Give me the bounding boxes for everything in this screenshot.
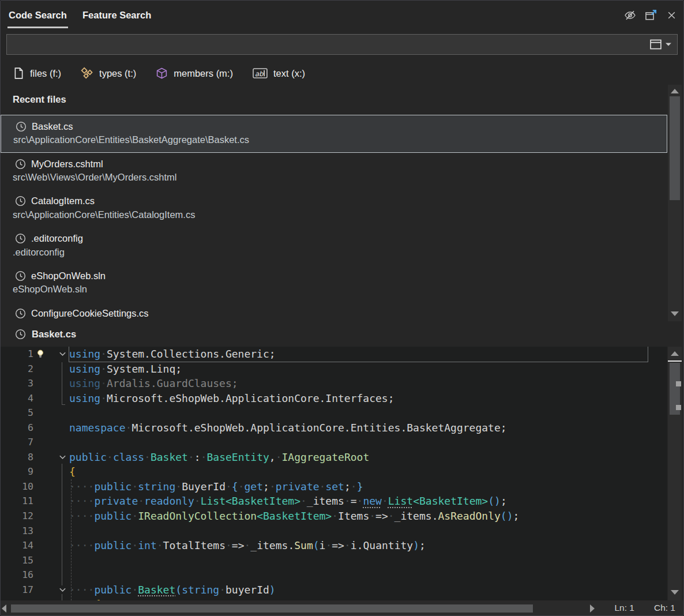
line-number: 16 [1,568,33,583]
svg-text:ab: ab [255,70,264,78]
code-line[interactable]: 10····public·string·BuyerId·{·get;·priva… [1,479,667,494]
code-line[interactable]: 13 [1,524,667,539]
recent-file-name: MyOrders.cshtml [31,159,103,170]
text-match-icon: ab [253,67,268,79]
recent-clock-icon [15,159,26,170]
recent-file-path: src\ApplicationCore\Entities\CatalogItem… [13,209,667,220]
line-number: 17 [1,583,33,598]
status-line-number: Ln: 1 [614,603,634,613]
recent-clock-icon [15,271,26,281]
code-line[interactable]: 7 [1,435,667,450]
recent-file-path: .editorconfig [13,247,667,258]
tab-feature-search-label: Feature Search [82,10,151,21]
code-line[interactable]: 3using·Ardalis.GuardClauses; [1,376,667,391]
results-layout-dropdown[interactable] [644,35,677,54]
recent-file-item[interactable]: .editorconfig .editorconfig [1,228,667,265]
status-bar: Ln: 1 Ch: 1 [1,600,683,616]
list-scroll-down-icon[interactable] [671,311,679,316]
recent-clock-icon [15,233,26,244]
filter-files-label: files (f:) [30,68,61,79]
close-icon[interactable] [665,9,678,21]
fold-chevron-down-icon[interactable] [58,350,67,358]
list-scrollbar-thumb[interactable] [670,96,680,200]
filter-files[interactable]: files (f:) [13,67,61,80]
horizontal-scrollbar[interactable] [1,603,598,614]
lightbulb-icon[interactable] [33,347,47,362]
recent-file-path: src\Web\Views\Order\MyOrders.cshtml [13,172,667,183]
code-line[interactable]: 14····public·int·TotalItems·=>·_items.Su… [1,538,667,553]
recent-clock-icon [16,121,27,132]
code-line[interactable]: 4using·Microsoft.eShopWeb.ApplicationCor… [1,391,667,406]
recent-file-name: CatalogItem.cs [31,196,95,206]
fold-chevron-down-icon [58,350,67,358]
recent-clock-icon [15,196,26,206]
file-icon [13,67,24,80]
list-scroll-up-icon[interactable] [671,89,679,93]
recent-file-item[interactable]: ConfigureCookieSettings.cs [1,302,667,321]
filter-types[interactable]: types (t:) [81,67,136,80]
code-line[interactable]: 17 ····public·Basket(string·buyerId) [1,583,667,598]
code-line[interactable]: 15 [1,553,667,568]
recent-file-item[interactable]: MyOrders.cshtml src\Web\Views\Order\MyOr… [1,153,667,190]
code-scrollbar[interactable] [668,347,682,600]
code-scroll-down-icon[interactable] [671,590,679,595]
cube-icon [156,67,168,80]
lightbulb-icon [36,349,45,359]
recent-file-item[interactable]: Basket.cs src\ApplicationCore\Entities\B… [1,115,667,153]
line-number: 4 [1,391,33,406]
code-line[interactable]: 12····public·IReadOnlyCollection<BasketI… [1,509,667,524]
recent-file-name: ConfigureCookieSettings.cs [31,308,149,319]
preview-file-name: Basket.cs [32,329,76,340]
open-in-new-window-icon[interactable] [644,9,657,21]
line-number: 11 [1,494,33,509]
fold-chevron-down-icon[interactable] [58,453,67,461]
code-line[interactable]: 1 using·System.Collections.Generic; [1,347,667,362]
scrollbar-mark [676,381,681,386]
recent-clock-icon [15,308,26,319]
scroll-left-icon[interactable] [2,604,6,613]
recent-file-item[interactable]: eShopOnWeb.sln eShopOnWeb.sln [1,265,667,302]
search-input[interactable] [7,35,644,54]
line-number: 8 [1,450,33,465]
chevron-down-icon [666,42,671,47]
scroll-right-icon[interactable] [590,604,595,613]
tab-code-search[interactable]: Code Search [9,1,67,29]
hide-preview-eye-slash-icon[interactable] [623,9,636,21]
filter-text-label: text (x:) [273,68,305,79]
list-scrollbar[interactable] [668,85,682,321]
line-number: 15 [1,553,33,568]
recent-file-name: eShopOnWeb.sln [31,271,106,281]
filter-row: files (f:) types (t:) members (m:) ab [13,61,305,86]
code-line[interactable]: 11····private·readonly·List<BasketItem>·… [1,494,667,509]
tab-bar: Code Search Feature Search [1,1,683,32]
code-line[interactable]: 2using·System.Linq; [1,362,667,377]
code-line[interactable]: 6namespace·Microsoft.eShopWeb.Applicatio… [1,420,667,435]
code-preview-editor[interactable]: 1 using·System.Collections.Generic;2usin… [1,347,667,600]
recent-file-item[interactable]: CatalogItem.cs src\ApplicationCore\Entit… [1,190,667,228]
tab-feature-search[interactable]: Feature Search [82,1,151,29]
horizontal-scrollbar-thumb[interactable] [11,604,533,613]
recent-files-header: Recent files [13,94,66,105]
recent-clock-icon [15,329,26,340]
code-line[interactable]: 5 [1,405,667,420]
class-icon [81,67,93,80]
status-column-number: Ch: 1 [654,603,675,613]
window-layout-icon [649,39,662,50]
code-scroll-up-icon[interactable] [671,351,679,356]
line-number: 6 [1,420,33,435]
line-number: 7 [1,435,33,450]
filter-text[interactable]: ab text (x:) [253,67,305,79]
indent-guide [71,479,72,600]
code-line[interactable]: 8 public·class·Basket·:·BaseEntity,·IAgg… [1,450,667,465]
line-number: 10 [1,479,33,494]
line-number: 12 [1,509,33,524]
code-line[interactable]: 16 [1,568,667,583]
filter-members[interactable]: members (m:) [156,67,233,80]
scrollbar-mark [676,405,681,410]
fold-chevron-down-icon [58,453,67,461]
fold-chevron-down-icon[interactable] [58,585,67,594]
code-line[interactable]: 9{ [1,464,667,479]
recent-clock-icon [15,233,26,244]
recent-clock-icon [15,329,26,340]
recent-file-path: eShopOnWeb.sln [13,284,667,295]
